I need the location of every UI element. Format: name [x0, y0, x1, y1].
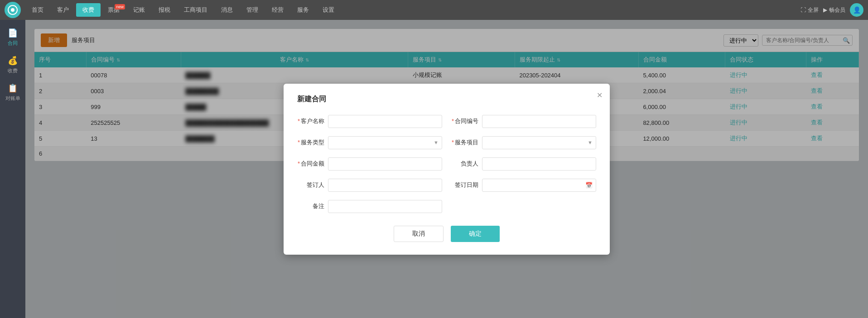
new-badge: new: [115, 4, 125, 9]
form-group-remark: 备注: [297, 200, 442, 213]
form-group-service-type: *服务类型 ▼: [297, 136, 442, 149]
nav-biz[interactable]: 工商项目: [178, 3, 214, 17]
nav-message[interactable]: 消息: [215, 3, 239, 17]
app-layout: 📄 合同 💰 收费 📋 对账单 新增 服务项目 进行中 已完成 已终止: [0, 20, 868, 318]
contract-no-label: *合同编号: [451, 117, 478, 125]
form-row-1: *客户名称 *合同编号: [297, 115, 596, 128]
service-type-select-wrapper: ▼: [328, 136, 442, 149]
signer-label: 签订人: [297, 181, 324, 189]
fullscreen-icon: ⛶: [800, 7, 806, 13]
form-group-contract-no: *合同编号: [451, 115, 596, 128]
sidebar: 📄 合同 💰 收费 📋 对账单: [0, 20, 25, 318]
remark-label: 备注: [297, 202, 324, 210]
modal-footer: 取消 确定: [297, 226, 596, 242]
sign-date-input[interactable]: 2023-06-06: [482, 179, 596, 192]
form-group-signer: 签订人: [297, 179, 442, 192]
member-button[interactable]: ▶ 畅会员: [823, 6, 845, 14]
member-icon: ▶: [823, 7, 827, 13]
form-row-4: 签订人 签订日期 2023-06-06 📅: [297, 179, 596, 192]
form-group-remark-spacer: [451, 200, 596, 213]
service-item-select-wrapper: ▼: [482, 136, 596, 149]
nav-home[interactable]: 首页: [25, 3, 50, 17]
member-label: 畅会员: [829, 6, 845, 14]
modal-close-button[interactable]: ✕: [597, 91, 603, 100]
form-group-sign-date: 签订日期 2023-06-06 📅: [451, 179, 596, 192]
form-group-client-name: *客户名称: [297, 115, 442, 128]
responsible-input[interactable]: [482, 157, 596, 171]
fullscreen-button[interactable]: ⛶ 全屏: [800, 6, 819, 14]
remark-input[interactable]: [328, 200, 442, 213]
avatar[interactable]: 👤: [850, 3, 863, 17]
signer-input[interactable]: [328, 179, 442, 192]
form-group-responsible: 负责人: [451, 157, 596, 171]
sign-date-wrapper: 2023-06-06 📅: [482, 179, 596, 192]
contract-no-input[interactable]: [482, 115, 596, 128]
sign-date-label: 签订日期: [451, 181, 478, 189]
responsible-label: 负责人: [451, 160, 478, 168]
service-type-select[interactable]: [328, 136, 442, 149]
sidebar-label-billing: 收费: [8, 67, 18, 74]
sidebar-item-contract[interactable]: 📄 合同: [1, 24, 24, 50]
form-row-3: *合同金额 0.00 负责人: [297, 157, 596, 171]
reconcile-icon: 📋: [8, 83, 18, 93]
fullscreen-label: 全屏: [808, 6, 819, 14]
service-item-label: *服务项目: [451, 138, 478, 147]
nav-tax[interactable]: 报税: [152, 3, 177, 17]
main-content: 新增 服务项目 进行中 已完成 已终止 🔍: [25, 20, 868, 318]
form-row-2: *服务类型 ▼ *服务项目: [297, 136, 596, 149]
sidebar-item-billing[interactable]: 💰 收费: [1, 52, 24, 78]
nav-client[interactable]: 客户: [51, 3, 75, 17]
modal-overlay: ✕ 新建合同 *客户名称 *合同编号: [25, 20, 868, 318]
billing-icon: 💰: [8, 56, 18, 66]
nav-menu: 首页 客户 收费 票据 new 记账 报税 工商项目 消息 管理 经营 服务 设…: [25, 3, 800, 17]
nav-service[interactable]: 服务: [291, 3, 315, 17]
service-item-select[interactable]: [482, 136, 596, 149]
app-logo[interactable]: [5, 2, 21, 18]
amount-label: *合同金额: [297, 160, 324, 168]
form-row-5: 备注: [297, 200, 596, 213]
modal-title: 新建合同: [297, 95, 596, 104]
confirm-button[interactable]: 确定: [451, 226, 500, 242]
form-group-service-item: *服务项目 ▼: [451, 136, 596, 149]
nav-bookkeep[interactable]: 记账: [127, 3, 151, 17]
client-name-input[interactable]: [328, 115, 442, 128]
nav-right: ⛶ 全屏 ▶ 畅会员 👤: [800, 3, 863, 17]
nav-manage[interactable]: 管理: [240, 3, 265, 17]
top-nav: 首页 客户 收费 票据 new 记账 报税 工商项目 消息 管理 经营 服务 设…: [0, 0, 868, 20]
sidebar-label-contract: 合同: [8, 40, 18, 47]
client-name-label: *客户名称: [297, 117, 324, 125]
amount-input[interactable]: 0.00: [328, 157, 442, 171]
new-contract-modal: ✕ 新建合同 *客户名称 *合同编号: [284, 84, 610, 255]
sidebar-item-reconcile[interactable]: 📋 对账单: [1, 80, 24, 105]
calendar-icon[interactable]: 📅: [585, 182, 593, 189]
sidebar-label-reconcile: 对账单: [5, 95, 20, 102]
nav-billing[interactable]: 收费: [76, 3, 101, 17]
form-group-amount: *合同金额 0.00: [297, 157, 442, 171]
nav-settings[interactable]: 设置: [316, 3, 341, 17]
cancel-button[interactable]: 取消: [394, 226, 444, 242]
service-type-label: *服务类型: [297, 138, 324, 147]
nav-operation[interactable]: 经营: [265, 3, 290, 17]
contract-icon: 📄: [8, 28, 18, 38]
nav-invoice[interactable]: 票据 new: [101, 3, 126, 17]
